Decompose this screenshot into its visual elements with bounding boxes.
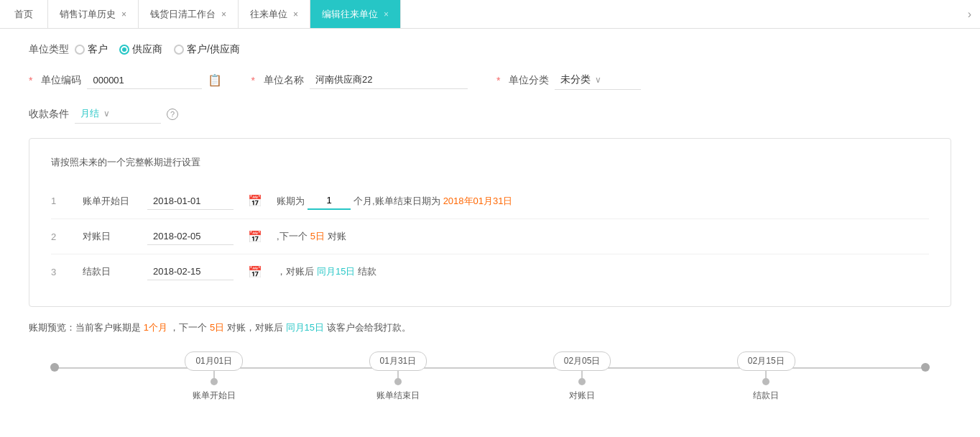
unit-category-value: 未分类 <box>560 73 591 86</box>
tab-sales-history[interactable]: 销售订单历史 × <box>48 0 139 28</box>
tab-bar: 首页 销售订单历史 × 钱货日清工作台 × 往来单位 × 编辑往来单位 × › <box>0 0 980 29</box>
timeline-dot-2 <box>394 378 402 385</box>
payment-value: 月结 <box>80 107 99 120</box>
radio-customer[interactable]: 客户 <box>75 43 108 56</box>
payment-row: 收款条件 月结 ∨ ? <box>29 104 951 124</box>
setting-row-2: 2 对账日 📅 ,下一个 5日 对账 <box>51 219 929 254</box>
timeline-dot-3 <box>578 378 586 385</box>
timeline-badge-3: 02月05日 <box>553 351 611 371</box>
timeline-label-3: 对账日 <box>569 390 595 402</box>
timeline-point-2: 01月31日 账单结束日 <box>369 351 427 402</box>
timeline-tick-3 <box>581 371 583 378</box>
row-2-desc: ,下一个 5日 对账 <box>277 230 346 243</box>
timeline-label-2: 账单结束日 <box>376 390 420 402</box>
radio-group: 客户 供应商 客户/供应商 <box>75 43 240 56</box>
radio-both[interactable]: 客户/供应商 <box>174 43 240 56</box>
timeline-badge-4: 02月15日 <box>737 351 795 371</box>
row-1-label: 账单开始日 <box>83 195 133 208</box>
timeline-dot-1 <box>211 378 218 385</box>
row-2-highlight-day: 5日 <box>310 230 325 243</box>
timeline-container: 01月01日 账单开始日 01月31日 账单结束日 02月05日 <box>29 351 951 402</box>
tab-cash-work[interactable]: 钱货日清工作台 × <box>139 0 239 28</box>
timeline-end <box>921 351 930 372</box>
timeline-tick-2 <box>397 371 399 378</box>
row-3-num: 3 <box>51 267 68 277</box>
payment-help-icon[interactable]: ? <box>167 109 178 120</box>
payment-arrow: ∨ <box>103 109 110 119</box>
row-1-date-input[interactable] <box>147 193 234 210</box>
payment-group: 收款条件 月结 ∨ ? <box>29 104 178 124</box>
row-3-label: 结款日 <box>83 265 133 278</box>
settings-title: 请按照未来的一个完整帐期进行设置 <box>51 156 929 169</box>
timeline-label-1: 账单开始日 <box>193 390 236 402</box>
timeline-start <box>50 351 59 372</box>
preview-text-3: 对账，对账后 <box>227 322 283 333</box>
unit-code-star: * <box>29 75 32 86</box>
preview-text: 账期预览：当前客户账期是 1个月 ，下一个 5日 对账，对账后 同月15日 该客… <box>29 321 951 334</box>
row-3-desc-suffix: 结款 <box>358 265 376 278</box>
tab-partner-close[interactable]: × <box>293 9 298 19</box>
row-1-calendar-icon[interactable]: 📅 <box>248 194 262 208</box>
row-3-desc-prefix: ，对账后 <box>277 265 314 278</box>
row-1-period-input[interactable] <box>308 192 351 210</box>
radio-both-circle <box>174 45 184 55</box>
timeline-badge-2: 01月31日 <box>369 351 427 371</box>
row-1-desc-suffix: 个月,账单结束日期为 <box>353 195 440 208</box>
unit-code-group: * 单位编码 📋 <box>29 72 222 89</box>
preview-text-2: ，下一个 <box>170 322 207 333</box>
tab-partner[interactable]: 往来单位 × <box>239 0 310 28</box>
preview-label: 账期预览：当前客户账期是 <box>29 322 141 333</box>
unit-info-row: * 单位编码 📋 * 单位名称 * 单位分类 未分类 ∨ <box>29 70 951 90</box>
timeline-badge-1: 01月01日 <box>185 351 243 371</box>
unit-type-label: 单位类型 <box>29 43 69 56</box>
setting-row-3: 3 结款日 📅 ，对账后 同月15日 结款 <box>51 254 929 289</box>
tab-edit-partner[interactable]: 编辑往来单位 × <box>310 0 401 28</box>
tab-home[interactable]: 首页 <box>0 0 48 28</box>
row-2-num: 2 <box>51 231 68 242</box>
unit-name-star: * <box>251 75 254 86</box>
preview-highlight-1: 1个月 <box>144 322 167 333</box>
payment-label: 收款条件 <box>29 108 69 121</box>
row-3-calendar-icon[interactable]: 📅 <box>248 265 262 279</box>
tab-edit-partner-close[interactable]: × <box>384 9 389 19</box>
timeline-start-dot <box>50 363 59 372</box>
unit-code-calendar-icon[interactable]: 📋 <box>208 73 222 87</box>
row-2-desc-suffix: 对账 <box>328 230 346 243</box>
row-3-highlight-day: 同月15日 <box>317 265 355 278</box>
timeline-end-dot <box>921 363 930 372</box>
tab-cash-work-close[interactable]: × <box>221 9 226 19</box>
row-2-desc-prefix: ,下一个 <box>277 230 308 243</box>
row-1-desc-prefix: 账期为 <box>277 195 305 208</box>
unit-type-row: 单位类型 客户 供应商 客户/供应商 <box>29 43 951 56</box>
row-2-date-input[interactable] <box>147 228 234 245</box>
unit-name-label: 单位名称 <box>264 74 304 87</box>
settings-card: 请按照未来的一个完整帐期进行设置 1 账单开始日 📅 账期为 个月,账单结束日期… <box>29 138 951 307</box>
row-3-date-input[interactable] <box>147 263 234 280</box>
tab-expand-icon[interactable]: › <box>959 8 980 21</box>
unit-category-arrow: ∨ <box>595 75 601 85</box>
unit-code-input[interactable] <box>87 72 202 89</box>
unit-category-label: 单位分类 <box>509 74 549 87</box>
unit-type-group: 单位类型 客户 供应商 客户/供应商 <box>29 43 240 56</box>
timeline-points: 01月01日 账单开始日 01月31日 账单结束日 02月05日 <box>50 351 930 402</box>
setting-row-1: 1 账单开始日 📅 账期为 个月,账单结束日期为 2018年01月31日 <box>51 183 929 219</box>
unit-category-select[interactable]: 未分类 ∨ <box>555 70 641 90</box>
row-2-calendar-icon[interactable]: 📅 <box>248 230 262 244</box>
tab-sales-history-close[interactable]: × <box>121 9 126 19</box>
payment-select[interactable]: 月结 ∨ <box>75 104 161 124</box>
radio-supplier[interactable]: 供应商 <box>119 43 162 56</box>
timeline-point-4: 02月15日 结款日 <box>737 351 795 402</box>
unit-code-label: 单位编码 <box>41 74 81 87</box>
timeline-point-1: 01月01日 账单开始日 <box>185 351 243 402</box>
timeline-dot-4 <box>762 378 769 385</box>
unit-cat-star: * <box>496 75 500 86</box>
unit-name-input[interactable] <box>310 72 468 89</box>
row-1-num: 1 <box>51 196 68 206</box>
preview-highlight-2: 5日 <box>210 322 224 333</box>
main-content: 单位类型 客户 供应商 客户/供应商 * 单位编码 <box>0 29 980 437</box>
timeline-point-3: 02月05日 对账日 <box>553 351 611 402</box>
timeline-tick-4 <box>765 371 767 378</box>
row-1-highlight-date: 2018年01月31日 <box>443 195 513 208</box>
preview-text-4: 该客户会给我打款。 <box>327 322 411 333</box>
radio-customer-circle <box>75 45 85 55</box>
